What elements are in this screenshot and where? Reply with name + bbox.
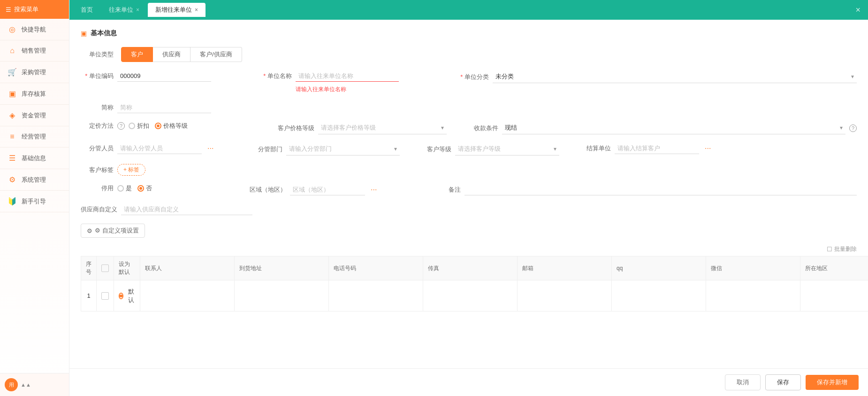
short-name-group: 简称	[81, 102, 240, 113]
cell-check	[97, 280, 114, 311]
settlement-unit-input[interactable]	[615, 143, 699, 154]
col-contact: 联系人	[140, 256, 235, 280]
customer-level-select[interactable]: 请选择客户等级 ▾	[455, 143, 559, 155]
customer-tag-group: 客户标签 + 标签	[81, 164, 857, 176]
col-qq: qq	[612, 256, 706, 280]
sidebar: ☰ 搜索菜单 ◎ 快捷导航 ⌂ 销售管理 🛒 采购管理 ▣ 库存核算 ◈ 资金管…	[0, 0, 69, 396]
sidebar-item-operations[interactable]: ≡ 经营管理	[0, 126, 69, 148]
radio-disabled-yes[interactable]: 是	[117, 184, 132, 193]
unit-category-select[interactable]: 未分类 ▾	[493, 70, 857, 83]
sidebar-item-quick-nav[interactable]: ◎ 快捷导航	[0, 19, 69, 40]
remark-input[interactable]	[464, 184, 857, 195]
unit-name-group: * 单位名称 请输入往来单位名称	[259, 70, 437, 93]
sidebar-item-inventory[interactable]: ▣ 库存核算	[0, 83, 69, 105]
cell-address	[235, 280, 329, 311]
radio-disabled-no[interactable]: 否	[137, 184, 152, 193]
cell-qq	[612, 280, 706, 311]
custom-settings-button[interactable]: ⚙ ⚙ 自定义项设置	[81, 224, 145, 238]
default-radio[interactable]: 默认	[119, 287, 135, 304]
wechat-input[interactable]	[711, 290, 795, 301]
sidebar-item-system[interactable]: ⚙ 系统管理	[0, 169, 69, 191]
sidebar-item-purchase[interactable]: 🛒 采购管理	[0, 62, 69, 83]
unit-type-buttons: 客户 供应商 客户/供应商	[121, 47, 242, 62]
search-icon: ☰	[6, 6, 11, 13]
tab-partners-close[interactable]: ×	[136, 7, 139, 13]
address-input[interactable]	[239, 290, 324, 301]
add-tag-button[interactable]: + 标签	[117, 164, 145, 176]
sidebar-item-finance[interactable]: ◈ 资金管理	[0, 105, 69, 126]
pricing-help-icon[interactable]: ?	[117, 122, 125, 130]
header-checkbox[interactable]	[101, 264, 109, 272]
manager-input[interactable]	[117, 143, 202, 154]
customer-price-level-select[interactable]: 请选择客户价格等级 ▾	[318, 122, 447, 134]
customer-level-arrow: ▾	[554, 146, 556, 152]
payment-terms-help-icon[interactable]: ?	[849, 124, 857, 132]
sidebar-item-label: 新手引导	[22, 197, 46, 206]
sidebar-item-guide[interactable]: 🔰 新手引导	[0, 191, 69, 212]
fax-input[interactable]	[428, 290, 512, 301]
tab-partners[interactable]: 往来单位 ×	[101, 3, 147, 17]
settlement-unit-label: 结算单位	[578, 144, 611, 153]
cancel-button[interactable]: 取消	[725, 374, 761, 390]
cell-fax	[423, 280, 518, 311]
settings-gear-icon: ⚙	[87, 227, 92, 234]
row-checkbox[interactable]	[101, 292, 109, 300]
section-title: 基本信息	[91, 29, 117, 38]
default-label: 默认	[127, 287, 135, 304]
payment-terms-select[interactable]: 现结 ▾	[502, 122, 845, 134]
type-btn-supplier[interactable]: 供应商	[153, 47, 190, 62]
email-input[interactable]	[522, 290, 607, 301]
settlement-unit-more-btn[interactable]: ···	[703, 144, 713, 153]
tabbar-close-btn[interactable]: ×	[852, 5, 864, 15]
section-header: ▣ 基本信息	[81, 29, 857, 38]
cell-contact	[140, 280, 235, 311]
manager-more-btn[interactable]: ···	[206, 144, 215, 153]
tab-new-partner[interactable]: 新增往来单位 ×	[148, 3, 206, 17]
phone-input[interactable]	[334, 290, 418, 301]
unit-code-group: * 单位编码 000009	[81, 70, 240, 82]
disabled-group: 停用 是 否	[81, 184, 231, 193]
cell-email	[518, 280, 612, 311]
save-new-button[interactable]: 保存并新增	[806, 375, 859, 390]
unit-category-value: 未分类	[495, 72, 514, 81]
customer-price-level-label: 客户价格等级	[278, 124, 314, 132]
unit-name-input[interactable]	[296, 70, 399, 82]
form-row-tag: 客户标签 + 标签	[81, 164, 857, 176]
col-region: 所在地区	[800, 256, 868, 280]
department-select[interactable]: 请输入分管部门 ▾	[286, 143, 400, 155]
manager-group: 分管人员 ···	[81, 143, 231, 154]
radio-discount[interactable]: 折扣	[129, 122, 149, 130]
radio-price-level[interactable]: 价格等级	[155, 122, 188, 130]
user-info: ▲▲	[21, 382, 31, 388]
batch-delete-label[interactable]: 批量删除	[834, 245, 857, 253]
area-input[interactable]	[290, 184, 365, 195]
qq-input[interactable]	[617, 290, 701, 301]
sidebar-item-label: 销售管理	[22, 47, 46, 55]
col-default: 设为默认	[114, 256, 140, 280]
type-btn-both[interactable]: 客户/供应商	[190, 47, 242, 62]
sales-icon: ⌂	[8, 47, 17, 55]
unit-code-input[interactable]: 000009	[117, 70, 211, 82]
supplier-custom-input[interactable]	[121, 204, 252, 215]
tabbar: 首页 往来单位 × 新增往来单位 × ×	[69, 0, 868, 20]
sidebar-item-basic[interactable]: ☰ 基础信息	[0, 148, 69, 169]
operations-icon: ≡	[8, 132, 17, 141]
short-name-input[interactable]	[117, 102, 211, 113]
sidebar-search[interactable]: ☰ 搜索菜单	[0, 0, 69, 19]
col-seq: 序号	[81, 256, 97, 280]
form-content: ▣ 基本信息 单位类型 客户 供应商 客户/供应商 * 单位编码 000009 …	[69, 20, 868, 368]
region-input[interactable]	[805, 290, 868, 301]
save-button[interactable]: 保存	[765, 374, 801, 390]
contact-input[interactable]	[145, 290, 229, 301]
sidebar-item-label: 系统管理	[22, 176, 46, 184]
col-check	[97, 256, 114, 280]
tab-home[interactable]: 首页	[73, 3, 100, 17]
customer-level-label: 客户等级	[419, 145, 451, 154]
area-more-btn[interactable]: ···	[369, 186, 379, 194]
short-name-label: 简称	[81, 103, 114, 112]
unit-type-row: 单位类型 客户 供应商 客户/供应商	[81, 47, 857, 62]
tab-new-partner-close[interactable]: ×	[195, 7, 198, 13]
type-btn-customer[interactable]: 客户	[121, 47, 153, 62]
cell-region	[800, 280, 868, 311]
sidebar-item-sales[interactable]: ⌂ 销售管理	[0, 40, 69, 62]
